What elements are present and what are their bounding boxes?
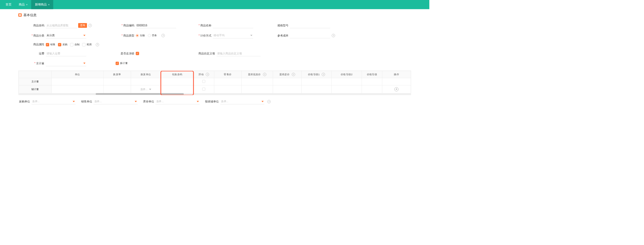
check-icon — [70, 43, 73, 46]
custom-input[interactable] — [217, 51, 261, 56]
help-icon: ? — [206, 73, 209, 76]
check-icon — [82, 43, 86, 46]
cell[interactable] — [362, 78, 382, 85]
label-spec: 规格型号 — [270, 24, 290, 27]
cell[interactable] — [241, 85, 273, 93]
barcode-input[interactable] — [46, 23, 77, 28]
chevron-down-icon — [261, 101, 264, 102]
horizontal-scrollbar[interactable] — [18, 93, 411, 95]
cell[interactable] — [51, 78, 103, 85]
help-icon: ? — [263, 73, 266, 76]
query-button[interactable]: 查询 — [78, 23, 87, 28]
freight-input[interactable] — [46, 51, 86, 56]
cell[interactable] — [51, 85, 103, 93]
mainunit-select[interactable] — [46, 61, 86, 66]
cell[interactable] — [103, 85, 130, 93]
radio-label: 实物 — [140, 34, 145, 37]
cell-float[interactable] — [193, 85, 214, 93]
cell[interactable] — [214, 85, 241, 93]
coldchain-checkbox[interactable] — [136, 52, 139, 55]
help-icon: ? — [267, 100, 271, 103]
row-header: 主计量 — [19, 78, 51, 85]
help-icon: ? — [322, 73, 325, 76]
label-category: 商品分类 — [26, 34, 46, 37]
help-icon: ? — [292, 73, 295, 76]
refcost-input[interactable] — [290, 33, 330, 38]
cell[interactable] — [301, 78, 331, 85]
add-row-button[interactable]: + — [394, 87, 399, 91]
chevron-down-icon — [83, 35, 86, 36]
col-float: 浮动 ? — [193, 71, 214, 78]
attr-checkbox-group: 销售 采购 自制 耗用 ? — [46, 43, 99, 46]
radio-physical[interactable]: 实物 — [136, 34, 145, 37]
close-icon[interactable]: × — [48, 3, 50, 6]
help-icon: ? — [96, 43, 99, 46]
label-sale-unit: 销售单位 — [81, 100, 92, 103]
chevron-down-icon — [83, 63, 86, 64]
cell[interactable] — [241, 78, 273, 85]
chevron-down-icon — [250, 35, 252, 36]
cell-pack[interactable] — [161, 78, 193, 85]
checkbox-consume[interactable]: 耗用 — [82, 43, 92, 46]
scrollbar-thumb[interactable] — [95, 93, 184, 95]
cell[interactable] — [301, 85, 331, 93]
cell[interactable] — [331, 78, 361, 85]
section-icon — [18, 13, 22, 17]
cell[interactable] — [362, 85, 382, 93]
col-level1: 价格等级1 ? — [301, 71, 331, 78]
code-value[interactable]: 0000016 — [136, 23, 176, 28]
checkbox-self[interactable]: 自制 — [70, 43, 80, 46]
pricing-select[interactable]: 移动平均 — [213, 33, 253, 38]
sale-unit-select[interactable]: 选择... — [94, 99, 138, 104]
label-type: 商品类型 — [116, 34, 136, 37]
cell[interactable] — [331, 85, 361, 93]
label-report-unit: 报表辅单位 — [205, 100, 219, 103]
check-icon — [116, 62, 119, 65]
label-barcode: 商品条码 — [26, 24, 46, 27]
section-header: 基本信息 — [18, 13, 411, 17]
cell[interactable] — [273, 85, 301, 93]
checkbox-icon[interactable] — [202, 87, 205, 90]
label-purchase-unit: 采购单位 — [19, 100, 30, 103]
label-custom: 商品自定义项 — [193, 52, 217, 55]
cell[interactable] — [103, 78, 130, 85]
close-icon[interactable]: × — [26, 3, 28, 6]
chevron-down-icon — [197, 101, 199, 102]
purchase-unit-select[interactable]: 选择... — [32, 99, 76, 104]
tab-product[interactable]: 商品× — [15, 0, 31, 9]
checkbox-purchase[interactable]: 采购 — [58, 43, 68, 46]
table-row-main: 主计量 — [19, 78, 411, 85]
cell-op: + — [382, 85, 411, 93]
tab-home[interactable]: 首页 — [2, 0, 15, 9]
cell[interactable] — [131, 78, 161, 85]
checkbox-label: 多计量 — [120, 62, 128, 65]
checkbox-icon[interactable] — [202, 80, 205, 83]
cell-float[interactable] — [193, 78, 214, 85]
cell-op — [382, 78, 411, 85]
cell[interactable] — [273, 78, 301, 85]
label-freight: 运费 — [26, 52, 46, 55]
tab-add-product[interactable]: 新增商品× — [31, 0, 53, 9]
name-input[interactable] — [213, 23, 253, 28]
check-icon — [58, 43, 61, 46]
help-icon: ? — [88, 24, 92, 27]
report-unit-select[interactable]: 选择... — [220, 99, 264, 104]
cell-pack[interactable] — [161, 85, 193, 93]
category-select[interactable]: 未分类 — [46, 33, 86, 38]
select-value — [47, 62, 47, 65]
checkbox-multiunit[interactable]: 多计量 — [116, 62, 128, 65]
col-rateunit: 换算单位 — [131, 71, 161, 78]
radio-service[interactable]: 劳务 — [148, 34, 157, 37]
section-title: 基本信息 — [23, 13, 37, 17]
label-attr: 商品属性 — [26, 43, 46, 46]
spec-input[interactable] — [290, 23, 330, 28]
col-pack: 包装条码 — [161, 71, 193, 78]
label-name: 商品名称 — [193, 24, 213, 27]
page-content: 基本信息 商品条码 查询 ? 商品编码 0000016 商品名称 规格 — [0, 9, 429, 108]
radio-icon — [148, 34, 151, 37]
cell-select[interactable]: 选择... — [131, 85, 161, 93]
checkbox-sale[interactable]: 销售 — [46, 43, 56, 46]
unit-table: 单位 换算率 换算单位 包装条码 浮动 ? 零售价 基准批发价 ? 基准进价 ?… — [18, 71, 411, 95]
stock-unit-select[interactable]: 选择... — [155, 99, 200, 104]
cell[interactable] — [214, 78, 241, 85]
